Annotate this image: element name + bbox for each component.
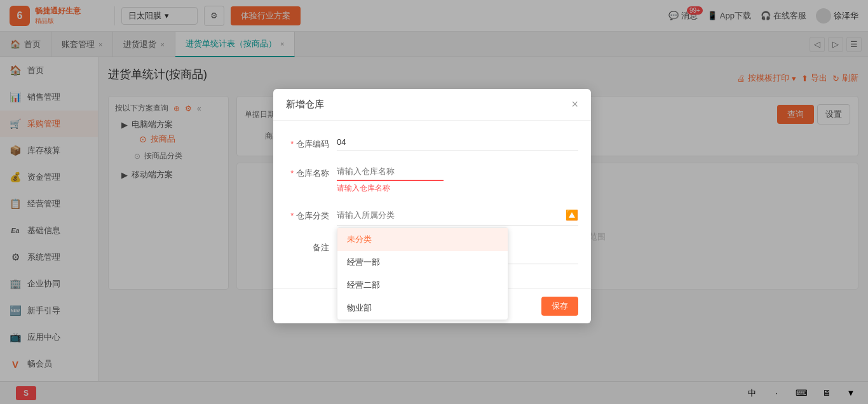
dropdown-item-uncategorized[interactable]: 未分类 <box>337 228 508 251</box>
dialog-title: 新增仓库 <box>286 98 324 111</box>
form-row-category: 仓库分类 🔼 未分类 经营一部 经营二部 物业部 <box>286 205 578 226</box>
dialog-body: 仓库编码 仓库名称 请输入仓库名称 仓库分类 🔼 未分类 <box>273 121 591 288</box>
remark-label: 备注 <box>286 237 337 253</box>
category-input[interactable] <box>337 210 566 220</box>
dropdown-item-dept1[interactable]: 经营一部 <box>337 251 508 274</box>
dialog-header: 新增仓库 × <box>273 89 591 121</box>
form-row-code: 仓库编码 <box>286 133 578 151</box>
category-dropdown: 未分类 经营一部 经营二部 物业部 <box>337 227 508 320</box>
dialog-close-button[interactable]: × <box>571 98 578 111</box>
name-error-msg: 请输入仓库名称 <box>337 183 444 194</box>
code-input[interactable] <box>337 133 578 151</box>
name-field-wrap: 请输入仓库名称 <box>337 163 444 194</box>
save-button[interactable]: 保存 <box>541 297 578 316</box>
category-toggle-icon[interactable]: 🔼 <box>566 209 578 221</box>
category-selector[interactable]: 🔼 <box>337 205 578 226</box>
form-row-name: 仓库名称 请输入仓库名称 <box>286 163 578 194</box>
dropdown-item-dept2[interactable]: 经营二部 <box>337 274 508 297</box>
new-warehouse-dialog: 新增仓库 × 仓库编码 仓库名称 请输入仓库名称 仓库分类 🔼 <box>273 89 591 323</box>
category-label: 仓库分类 <box>286 205 337 222</box>
name-label: 仓库名称 <box>286 163 337 179</box>
code-label: 仓库编码 <box>286 133 337 150</box>
name-input[interactable] <box>337 163 444 181</box>
dropdown-item-property[interactable]: 物业部 <box>337 297 508 320</box>
